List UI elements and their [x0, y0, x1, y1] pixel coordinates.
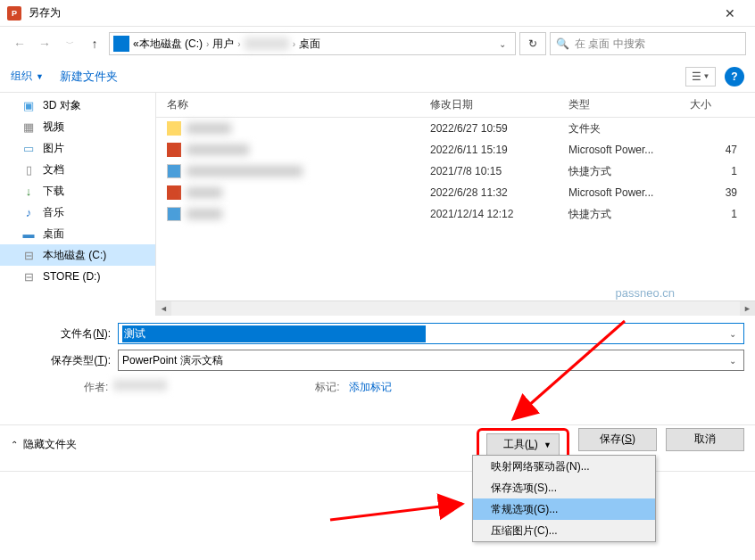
scroll-right-button[interactable]: ►: [740, 301, 755, 316]
filename-label: 文件名(N):: [11, 326, 118, 342]
search-input[interactable]: 🔍 在 桌面 中搜索: [550, 32, 746, 55]
filename-value: 测试: [122, 325, 426, 342]
column-name[interactable]: 名称: [167, 97, 430, 112]
file-type: Microsoft Power...: [568, 144, 690, 156]
sidebar-item-desktop[interactable]: ▬桌面: [0, 223, 155, 244]
file-list-pane: 名称 修改日期 类型 大小 2022/6/27 10:59 文件夹 2022/6…: [156, 93, 755, 316]
cancel-button[interactable]: 取消: [666, 428, 744, 451]
powerpoint-icon: P: [7, 6, 21, 21]
sidebar-item-music[interactable]: ♪音乐: [0, 202, 155, 223]
filetype-label: 保存类型(T):: [11, 353, 118, 368]
breadcrumb-item[interactable]: 桌面: [299, 37, 320, 52]
chevron-icon: ⌃: [11, 440, 18, 449]
breadcrumb-prefix: «: [133, 37, 139, 50]
author-label: 作者:: [84, 380, 108, 395]
column-type[interactable]: 类型: [568, 97, 690, 112]
file-date: 2022/6/27 10:59: [430, 122, 568, 135]
file-row[interactable]: 2021/7/8 10:15 快捷方式 1: [156, 161, 755, 182]
toolbar: 组织▼ 新建文件夹 ☰ ▼ ?: [0, 61, 755, 93]
add-tag-link[interactable]: 添加标记: [349, 380, 392, 395]
desktop-icon: ▬: [21, 226, 36, 241]
address-bar[interactable]: « 本地磁盘 (C:) › 用户 › › 桌面 ⌄: [109, 32, 516, 55]
file-row[interactable]: 2021/12/14 12:12 快捷方式 1: [156, 203, 755, 225]
column-size[interactable]: 大小: [690, 97, 755, 112]
hide-folders-toggle[interactable]: ⌃ 隐藏文件夹: [11, 437, 77, 452]
title-bar: P 另存为 ✕: [0, 0, 755, 27]
filetype-value: PowerPoint 演示文稿: [122, 353, 726, 368]
main-area: ▣3D 对象 ▦视频 ▭图片 ▯文档 ↓下载 ♪音乐 ▬桌面 ⊟本地磁盘 (C:…: [0, 93, 755, 316]
drive-icon: [113, 36, 129, 52]
watermark: passneo.cn: [616, 286, 676, 300]
menu-item-general-options[interactable]: 常规选项(G)...: [473, 498, 655, 520]
file-row[interactable]: 2022/6/27 10:59 文件夹: [156, 118, 755, 139]
file-size: 39: [690, 186, 755, 199]
breadcrumb-separator: ›: [206, 39, 209, 49]
refresh-button[interactable]: ↻: [519, 32, 546, 55]
dropdown-icon: ▼: [543, 441, 552, 449]
file-type: 快捷方式: [568, 164, 690, 179]
file-date: 2022/6/28 11:32: [430, 186, 568, 199]
tools-menu: 映射网络驱动器(N)... 保存选项(S)... 常规选项(G)... 压缩图片…: [472, 455, 656, 542]
horizontal-scrollbar[interactable]: ◄ ►: [156, 301, 755, 316]
close-button[interactable]: ✕: [712, 3, 748, 24]
forward-button[interactable]: →: [34, 33, 55, 54]
help-button[interactable]: ?: [725, 67, 744, 86]
breadcrumb-item[interactable]: 本地磁盘 (C:): [139, 37, 203, 52]
sidebar: ▣3D 对象 ▦视频 ▭图片 ▯文档 ↓下载 ♪音乐 ▬桌面 ⊟本地磁盘 (C:…: [0, 93, 156, 316]
save-button[interactable]: 保存(S): [578, 428, 657, 451]
sidebar-item-d-drive[interactable]: ⊟STORE (D:): [0, 266, 155, 287]
breadcrumb-dropdown[interactable]: ⌄: [494, 39, 511, 49]
ppt-icon: [167, 185, 181, 200]
sidebar-item-downloads[interactable]: ↓下载: [0, 180, 155, 202]
scroll-left-button[interactable]: ◄: [156, 301, 171, 316]
file-date: 2022/6/11 15:19: [430, 144, 568, 156]
up-button[interactable]: ↑: [84, 33, 105, 54]
tools-button[interactable]: 工具(L) ▼: [486, 433, 560, 457]
column-headers: 名称 修改日期 类型 大小: [156, 93, 755, 118]
music-icon: ♪: [21, 205, 36, 219]
file-date: 2021/7/8 10:15: [430, 165, 568, 177]
file-type: 文件夹: [568, 121, 690, 136]
videos-icon: ▦: [21, 119, 36, 134]
breadcrumb-item-redacted[interactable]: [245, 37, 289, 50]
shortcut-icon: [167, 164, 181, 178]
3d-objects-icon: ▣: [21, 98, 36, 112]
organize-menu[interactable]: 组织▼: [11, 69, 44, 84]
filetype-select[interactable]: PowerPoint 演示文稿 ⌄: [118, 350, 744, 371]
menu-item-save-options[interactable]: 保存选项(S)...: [473, 477, 655, 498]
breadcrumb-item[interactable]: 用户: [212, 37, 234, 52]
filename-input[interactable]: 测试 ⌄: [118, 323, 744, 344]
sidebar-item-pictures[interactable]: ▭图片: [0, 137, 155, 159]
downloads-icon: ↓: [21, 184, 36, 198]
file-size: 47: [690, 144, 755, 156]
breadcrumb-separator: ›: [237, 39, 240, 49]
dropdown-icon[interactable]: ⌄: [726, 356, 740, 366]
pictures-icon: ▭: [21, 141, 36, 155]
sidebar-item-3d-objects[interactable]: ▣3D 对象: [0, 95, 155, 116]
menu-item-map-network-drive[interactable]: 映射网络驱动器(N)...: [473, 456, 655, 477]
file-list[interactable]: 2022/6/27 10:59 文件夹 2022/6/11 15:19 Micr…: [156, 118, 755, 301]
author-value-redacted[interactable]: [113, 380, 167, 391]
search-icon: 🔍: [556, 37, 569, 50]
file-row[interactable]: 2022/6/28 11:32 Microsoft Power... 39: [156, 182, 755, 203]
drive-icon: ⊟: [21, 248, 36, 262]
breadcrumb-separator: ›: [293, 39, 295, 49]
scroll-track[interactable]: [171, 301, 740, 316]
new-folder-button[interactable]: 新建文件夹: [60, 69, 118, 85]
file-date: 2021/12/14 12:12: [430, 208, 568, 220]
tag-label: 标记:: [315, 380, 339, 395]
shortcut-icon: [167, 207, 181, 221]
recent-dropdown[interactable]: ﹀: [59, 33, 80, 54]
back-button[interactable]: ←: [9, 33, 30, 54]
sidebar-item-videos[interactable]: ▦视频: [0, 116, 155, 137]
view-mode-button[interactable]: ☰ ▼: [685, 67, 716, 86]
menu-item-compress-pictures[interactable]: 压缩图片(C)...: [473, 520, 655, 541]
column-date[interactable]: 修改日期: [430, 97, 568, 112]
sidebar-item-documents[interactable]: ▯文档: [0, 159, 155, 180]
file-size: 1: [690, 165, 755, 177]
dropdown-icon[interactable]: ⌄: [726, 329, 740, 339]
file-name-redacted: [187, 209, 222, 219]
window-title: 另存为: [29, 5, 712, 21]
file-row[interactable]: 2022/6/11 15:19 Microsoft Power... 47: [156, 139, 755, 161]
sidebar-item-c-drive[interactable]: ⊟本地磁盘 (C:): [0, 244, 155, 266]
